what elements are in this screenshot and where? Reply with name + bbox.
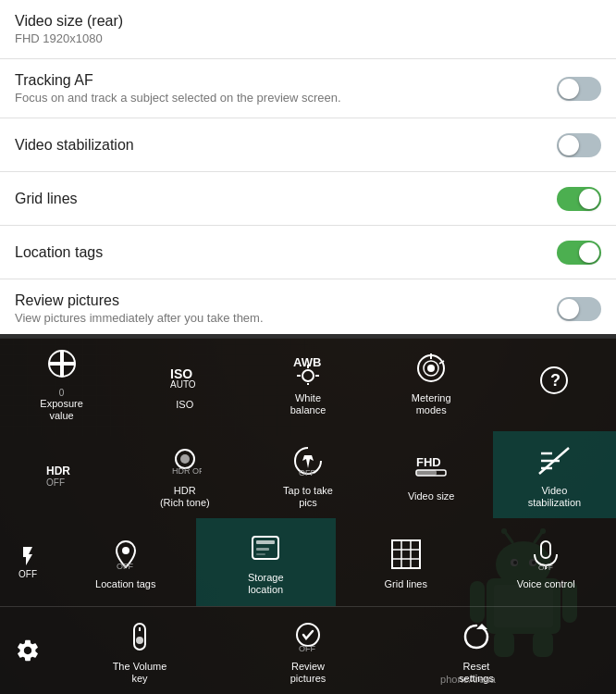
svg-rect-52 bbox=[256, 553, 265, 555]
help-icon: ? bbox=[537, 364, 571, 397]
svg-marker-66 bbox=[476, 624, 487, 629]
tracking-af-toggle[interactable] bbox=[557, 77, 601, 101]
quick-help[interactable]: ? bbox=[493, 334, 616, 431]
svg-rect-17 bbox=[64, 362, 75, 366]
hdr-small-icon: HDR OFF bbox=[45, 456, 79, 490]
svg-text:HDR OFF: HDR OFF bbox=[172, 466, 202, 476]
quick-row-1: 0 Exposurevalue ISO AUTO ISO AWB bbox=[0, 334, 616, 431]
iso-icon: ISO AUTO bbox=[168, 358, 202, 391]
svg-point-22 bbox=[302, 370, 314, 381]
voice-label: Voice control bbox=[517, 578, 575, 590]
svg-rect-42 bbox=[416, 470, 437, 476]
quick-voice[interactable]: OFF Voice control bbox=[476, 518, 617, 605]
videostab-icon bbox=[537, 444, 571, 477]
quick-settings-panel: 0 Exposurevalue ISO AUTO ISO AWB bbox=[0, 334, 616, 695]
quick-iso[interactable]: ISO AUTO ISO bbox=[123, 334, 246, 431]
right-side-empty bbox=[561, 607, 616, 694]
location-tags-label: Location tags bbox=[15, 244, 557, 261]
wb-icon: AWB bbox=[291, 352, 325, 385]
grid-lines-toggle[interactable] bbox=[557, 187, 601, 211]
video-size-q-label: Video size bbox=[408, 490, 455, 502]
svg-point-47 bbox=[122, 547, 129, 554]
quick-review-pics[interactable]: OFF Reviewpictures bbox=[224, 607, 392, 694]
tracking-af-sublabel: Focus on and track a subject selected on… bbox=[15, 91, 557, 105]
setting-location-tags[interactable]: Location tags bbox=[0, 226, 616, 279]
gear-button[interactable] bbox=[0, 607, 55, 694]
flash-icon bbox=[17, 545, 39, 567]
quick-metering[interactable]: Meteringmodes bbox=[370, 334, 493, 431]
review-pictures-toggle[interactable] bbox=[557, 297, 601, 321]
storage-icon bbox=[249, 531, 282, 564]
svg-rect-58 bbox=[541, 541, 550, 558]
svg-point-28 bbox=[427, 365, 435, 372]
review-pics-icon: OFF bbox=[291, 620, 325, 653]
svg-text:OFF: OFF bbox=[299, 644, 315, 653]
volume-key-icon bbox=[123, 620, 156, 653]
location-icon: OFF bbox=[109, 538, 142, 571]
exposure-badge: 0 bbox=[59, 388, 65, 398]
quick-location[interactable]: OFF Location tags bbox=[55, 518, 196, 605]
review-pics-label: Reviewpictures bbox=[290, 661, 326, 685]
watermark: phoneArena bbox=[440, 674, 496, 685]
reset-icon bbox=[460, 620, 493, 653]
video-stab-toggle[interactable] bbox=[557, 133, 601, 157]
svg-text:?: ? bbox=[550, 371, 561, 390]
exposure-icon bbox=[45, 347, 79, 380]
setting-video-size[interactable]: Video size (rear) FHD 1920x1080 bbox=[0, 0, 616, 59]
location-tags-toggle[interactable] bbox=[557, 241, 601, 265]
video-size-label: Video size (rear) bbox=[15, 13, 601, 30]
video-stab-label: Video stabilization bbox=[15, 137, 557, 154]
svg-text:HDR: HDR bbox=[46, 465, 70, 477]
tap-icon: OFF bbox=[291, 444, 325, 477]
grid-lines-label: Grid lines bbox=[15, 191, 557, 207]
setting-grid-lines[interactable]: Grid lines bbox=[0, 172, 616, 226]
tap-to-take-label: Tap to takepics bbox=[283, 485, 333, 509]
svg-rect-15 bbox=[60, 351, 64, 377]
flash-side-icon[interactable]: OFF bbox=[0, 518, 55, 605]
svg-point-37 bbox=[180, 454, 190, 464]
video-size-sublabel: FHD 1920x1080 bbox=[15, 31, 601, 45]
quick-video-stab[interactable]: Videostabilization bbox=[493, 431, 616, 518]
quick-video-size[interactable]: FHD Video size bbox=[370, 431, 493, 518]
svg-text:FHD: FHD bbox=[416, 455, 441, 469]
quick-storage[interactable]: Storagelocation bbox=[196, 518, 337, 605]
quick-hdr-rich[interactable]: HDR OFF HDR(Rich tone) bbox=[123, 431, 246, 518]
svg-rect-50 bbox=[256, 540, 275, 544]
quick-row-2: HDR OFF HDR OFF HDR(Rich tone) bbox=[0, 431, 616, 518]
setting-tracking-af[interactable]: Tracking AF Focus on and track a subject… bbox=[0, 59, 616, 118]
svg-text:OFF: OFF bbox=[117, 562, 133, 571]
exposure-label: Exposurevalue bbox=[40, 398, 82, 422]
svg-point-62 bbox=[136, 637, 143, 644]
svg-text:OFF: OFF bbox=[538, 564, 553, 571]
quick-exposure[interactable]: 0 Exposurevalue bbox=[0, 334, 123, 431]
svg-rect-16 bbox=[49, 362, 60, 366]
iso-label: ISO bbox=[176, 399, 193, 411]
metering-label: Meteringmodes bbox=[412, 392, 451, 416]
video-stab-q-label: Videostabilization bbox=[528, 485, 581, 509]
flash-label: OFF bbox=[18, 569, 37, 579]
svg-rect-53 bbox=[392, 540, 420, 568]
grid-lines-q-label: Grid lines bbox=[385, 578, 427, 590]
location-label: Location tags bbox=[95, 578, 155, 590]
videosize-icon: FHD bbox=[414, 450, 448, 483]
quick-grid-lines[interactable]: Grid lines bbox=[336, 518, 476, 605]
wb-label: Whitebalance bbox=[290, 392, 326, 416]
hdr-rich-icon: HDR OFF bbox=[168, 444, 202, 477]
metering-icon bbox=[414, 352, 448, 385]
tracking-af-label: Tracking AF bbox=[15, 72, 557, 89]
gear-icon bbox=[15, 638, 41, 663]
setting-review-pictures[interactable]: Review pictures View pictures immediatel… bbox=[0, 279, 616, 339]
hdr-rich-label: HDR(Rich tone) bbox=[160, 485, 210, 509]
svg-text:AUTO: AUTO bbox=[170, 379, 196, 390]
setting-video-stabilization[interactable]: Video stabilization bbox=[0, 118, 616, 172]
settings-list: Video size (rear) FHD 1920x1080 Tracking… bbox=[0, 0, 616, 339]
svg-text:OFF: OFF bbox=[299, 468, 315, 477]
review-pictures-sublabel: View pictures immediately after you take… bbox=[15, 311, 557, 325]
quick-volume-key[interactable]: The Volumekey bbox=[55, 607, 224, 694]
quick-hdr-small[interactable]: HDR OFF bbox=[0, 431, 123, 518]
quick-wb[interactable]: AWB Whitebalance bbox=[246, 334, 369, 431]
svg-rect-51 bbox=[256, 548, 269, 551]
quick-tap-to-take[interactable]: OFF Tap to takepics bbox=[246, 431, 369, 518]
grid-lines-icon bbox=[389, 538, 423, 571]
volume-key-label: The Volumekey bbox=[113, 661, 167, 685]
